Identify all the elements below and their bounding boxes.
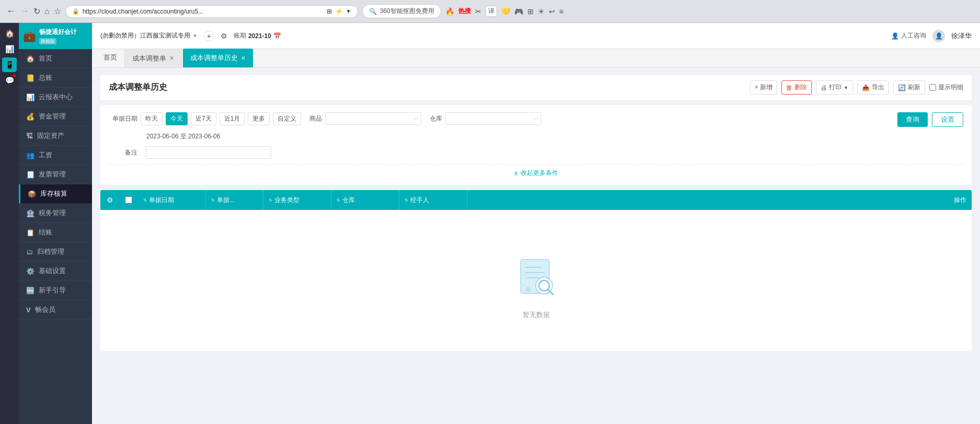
date-btn-1month[interactable]: 近1月: [220, 112, 245, 125]
empty-illustration: [510, 252, 562, 304]
date-range-display: 2023-06-06 至 2023-06-06: [146, 132, 963, 141]
new-button[interactable]: + 新增: [750, 80, 777, 95]
remark-label: 备注: [109, 148, 137, 157]
th-gear[interactable]: ⚙: [100, 196, 119, 204]
sort-up-handler: ⇅: [405, 198, 408, 203]
url-text: https://cloud.chanjet.com/accounting/uru…: [83, 8, 203, 15]
date-filter-label: 单据日期: [109, 114, 137, 123]
date-btn-7days[interactable]: 近7天: [191, 112, 216, 125]
print-label: 打印: [829, 83, 841, 92]
home-nav-icon: 🏠: [26, 55, 34, 63]
calendar-icon[interactable]: 📅: [273, 32, 281, 40]
tab-home[interactable]: 首页: [96, 49, 124, 67]
collapse-button[interactable]: ∧ 收起更多条件: [514, 169, 558, 178]
icon-bar-item-4[interactable]: 💬: [2, 73, 17, 88]
th-checkbox-cell[interactable]: [119, 196, 138, 204]
export-label: 导出: [872, 83, 884, 92]
brightness-icon: ☀: [538, 7, 545, 16]
reload-button[interactable]: ↻: [33, 6, 40, 16]
sidebar-item-inventory-label: 库存核算: [40, 189, 67, 198]
th-ops-label: 操作: [954, 196, 966, 205]
icon-bar-item-3[interactable]: 📱: [2, 57, 17, 72]
settings-nav-icon: ⚙️: [26, 267, 34, 275]
company-name: (勿删勿禁用）江西服宝测试专用: [100, 31, 190, 40]
th-date-label: 单据日期: [149, 196, 174, 205]
sidebar-item-funds[interactable]: 💰 资金管理: [19, 107, 92, 126]
show-detail-checkbox-label[interactable]: 显示明细: [929, 83, 963, 92]
date-btn-custom[interactable]: 自定义: [273, 112, 301, 125]
support-label: 人工咨询: [901, 31, 926, 40]
user-avatar[interactable]: 👤: [932, 30, 945, 42]
page-actions: + 新增 🗑 删除 🖨 打印 ▼ 📤 导出 🔄: [750, 80, 963, 95]
tab-cost-adjust-history[interactable]: 成本调整单历史 ✕: [183, 49, 253, 67]
select-all-checkbox[interactable]: [125, 196, 132, 204]
sort-up-date: ⇅: [143, 198, 147, 203]
th-num[interactable]: ⇅ 单据...: [206, 190, 263, 210]
search-bar[interactable]: 🔍 360智能抠图免费用: [362, 4, 441, 18]
query-button[interactable]: 查询: [897, 112, 928, 127]
sort-up-warehouse: ⇅: [337, 198, 340, 203]
tabs-bar: 首页 成本调整单 ✕ 成本调整单历史 ✕: [92, 49, 980, 68]
icon-bar-item-2[interactable]: 📊: [2, 42, 17, 56]
tab-cost-adjust[interactable]: 成本调整单 ✕: [124, 49, 182, 67]
th-warehouse[interactable]: ⇅ 仓库: [331, 190, 399, 210]
sidebar-item-archive[interactable]: 🗂 归档管理: [19, 242, 92, 262]
remark-input[interactable]: [146, 146, 271, 159]
show-detail-checkbox[interactable]: [929, 84, 936, 91]
refresh-icon: 🔄: [898, 84, 906, 91]
icon-bar: 🏠 📊 📱 💬: [0, 23, 19, 424]
dropdown-icon: ▼: [346, 8, 351, 14]
warehouse-select[interactable]: [445, 112, 541, 125]
page-area: 成本调整单历史 + 新增 🗑 删除 🖨 打印 ▼ 📤 导出: [92, 68, 980, 424]
sidebar-item-guide[interactable]: 🆕 新手引导: [19, 281, 92, 300]
sidebar-item-tax[interactable]: 🏦 税务管理: [19, 204, 92, 223]
bookmark-button[interactable]: ☆: [54, 6, 61, 16]
sidebar-item-fixed-assets[interactable]: 🏗 固定资产: [19, 126, 92, 146]
tab-cost-adjust-close[interactable]: ✕: [169, 55, 174, 62]
sidebar-item-settings[interactable]: ⚙️ 基础设置: [19, 262, 92, 281]
th-date[interactable]: ⇅ 单据日期: [138, 190, 206, 210]
sidebar-item-payroll[interactable]: 👥 工资: [19, 146, 92, 165]
date-btn-yesterday[interactable]: 昨天: [141, 112, 163, 125]
sidebar-item-home[interactable]: 🏠 首页: [19, 49, 92, 68]
setting-button[interactable]: 设置: [932, 112, 963, 127]
sidebar-item-inventory[interactable]: 📦 库存核算: [19, 184, 92, 204]
back-button[interactable]: ←: [6, 6, 16, 17]
home-button[interactable]: ⌂: [44, 7, 50, 16]
goods-select-wrap[interactable]: ···: [325, 112, 421, 125]
tab-cost-adjust-history-label: 成本调整单历史: [190, 53, 238, 63]
tab-cost-adjust-history-close[interactable]: ✕: [241, 55, 246, 62]
company-selector[interactable]: (勿删勿禁用）江西服宝测试专用 ▼: [100, 31, 198, 40]
refresh-button[interactable]: 🔄 刷新: [893, 80, 925, 95]
th-handler[interactable]: ⇅ 经手人: [399, 190, 467, 210]
export-button[interactable]: 📤 导出: [857, 80, 889, 95]
top-bar: (勿删勿禁用）江西服宝测试专用 ▼ + ⚙ 账期 2021-10 📅 👤 人工咨…: [92, 23, 980, 49]
cloud-settings-button[interactable]: ⚙: [221, 32, 227, 40]
icon-bar-item-1[interactable]: 🏠: [2, 26, 17, 41]
sidebar-item-membership[interactable]: V 畅会员: [19, 300, 92, 320]
date-btn-more[interactable]: 更多: [248, 112, 270, 125]
date-filter-group: 单据日期 昨天 今天 近7天 近1月 更多 自定义: [109, 112, 301, 125]
sidebar-item-reports[interactable]: 📊 云报表中心: [19, 88, 92, 107]
add-company-button[interactable]: +: [204, 31, 214, 41]
sidebar: 💼 畅捷通好会计 旗舰版 🏠 首页 📒 总账 📊 云报表中心 💰 资金管理: [19, 23, 92, 424]
browser-chrome: ← → ↻ ⌂ ☆ 🔒 https://cloud.chanjet.com/ac…: [0, 0, 980, 23]
sidebar-item-closing[interactable]: 📋 结账: [19, 223, 92, 242]
version-badge: 旗舰版: [39, 38, 56, 44]
goods-select[interactable]: [325, 112, 421, 125]
th-biztype[interactable]: ⇅ 业务类型: [263, 190, 331, 210]
support-action[interactable]: 👤 人工咨询: [891, 31, 926, 40]
sidebar-item-ledger[interactable]: 📒 总账: [19, 68, 92, 88]
membership-nav-icon: V: [26, 306, 31, 314]
sidebar-item-invoice[interactable]: 🧾 发票管理: [19, 165, 92, 184]
print-button[interactable]: 🖨 打印 ▼: [816, 80, 853, 95]
user-name[interactable]: 徐泽华: [951, 31, 972, 41]
warehouse-select-wrap[interactable]: ···: [445, 112, 541, 125]
date-btn-today[interactable]: 今天: [166, 112, 188, 125]
top-bar-left: (勿删勿禁用）江西服宝测试专用 ▼ + ⚙ 账期 2021-10 📅: [100, 31, 891, 41]
sidebar-item-reports-label: 云报表中心: [39, 92, 73, 102]
forward-button[interactable]: →: [20, 6, 29, 17]
delete-icon: 🗑: [786, 84, 792, 91]
address-bar[interactable]: 🔒 https://cloud.chanjet.com/accounting/u…: [65, 5, 358, 18]
delete-button[interactable]: 🗑 删除: [781, 80, 812, 95]
